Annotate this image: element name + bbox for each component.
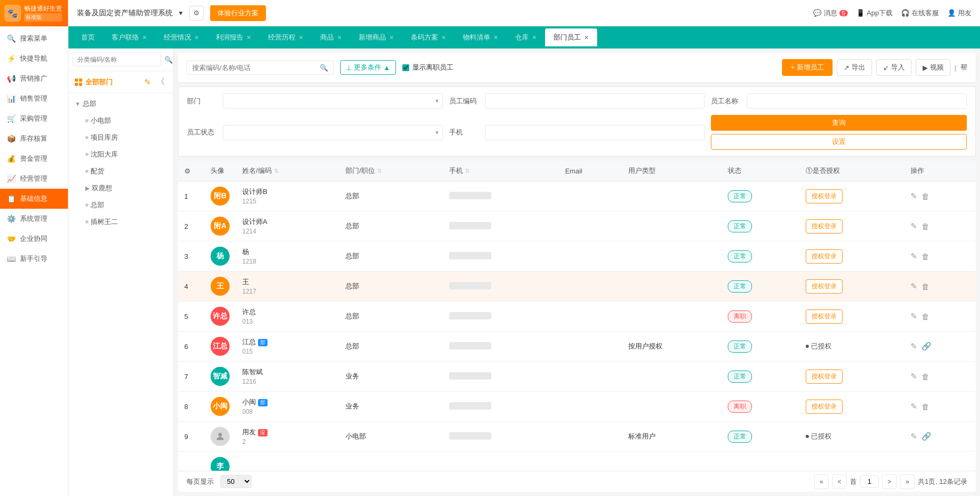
auth-login-button[interactable]: 授权登录: [806, 369, 843, 384]
status-select[interactable]: [223, 125, 443, 140]
dept-search-icon[interactable]: 🔍: [164, 56, 173, 64]
page-number-input[interactable]: [860, 475, 879, 488]
tab-bom[interactable]: 物料清单 ✕: [454, 28, 507, 46]
edit-icon[interactable]: ✎: [910, 191, 917, 201]
next-page-button[interactable]: >: [882, 474, 897, 489]
add-employee-button[interactable]: + 新增员工: [782, 59, 832, 76]
auth-login-button[interactable]: 授权登录: [806, 279, 843, 294]
col-name[interactable]: 姓名/编码 ⇅: [236, 161, 339, 181]
dept-tree-item-root[interactable]: ▼ 总部: [68, 95, 173, 112]
tab-new-goods[interactable]: 新增商品 ✕: [350, 28, 402, 46]
edit-icon[interactable]: ✎: [910, 372, 917, 381]
sidebar-item-guide[interactable]: 📖 新手引导: [0, 249, 68, 269]
dept-tree-item-shenyang[interactable]: 沈阳大库: [68, 146, 173, 163]
edit-icon[interactable]: ✎: [910, 432, 917, 441]
sidebar-item-marketing[interactable]: 📢 营销推广: [0, 69, 68, 89]
emp-code-input[interactable]: [485, 93, 705, 109]
edit-icon[interactable]: ✎: [910, 221, 917, 231]
show-resigned-checkbox[interactable]: [402, 64, 409, 71]
app-download-button[interactable]: 📱 App下载: [856, 8, 893, 18]
dept-tree-item-distribution[interactable]: 配货: [68, 163, 173, 180]
tab-close-icon[interactable]: ✕: [389, 34, 394, 41]
delete-icon[interactable]: 🗑: [922, 252, 929, 261]
edit-icon[interactable]: ✎: [910, 402, 917, 411]
dept-edit-icon[interactable]: ✎: [144, 77, 151, 87]
tab-customer[interactable]: 客户联络 ✕: [103, 28, 155, 46]
tab-profit[interactable]: 利润报告 ✕: [207, 28, 260, 46]
tab-close-icon[interactable]: ✕: [142, 34, 147, 41]
tab-goods[interactable]: 商品 ✕: [312, 28, 350, 46]
sidebar-item-system[interactable]: ⚙️ 系统管理: [0, 209, 68, 229]
dept-select[interactable]: [223, 93, 443, 109]
tab-close-icon[interactable]: ✕: [246, 34, 251, 41]
col-settings[interactable]: ⚙: [178, 161, 204, 181]
delete-icon[interactable]: 🗑: [922, 192, 929, 201]
export-button[interactable]: ↗ 导出: [837, 59, 872, 76]
sidebar-item-finance[interactable]: 💰 资金管理: [0, 149, 68, 169]
edit-icon[interactable]: ✎: [910, 342, 917, 351]
tab-close-icon[interactable]: ✕: [194, 34, 199, 41]
search-field[interactable]: 🔍: [186, 61, 334, 75]
col-dept[interactable]: 部门/职位 ⇅: [339, 161, 442, 181]
delete-icon[interactable]: 🗑: [922, 312, 929, 321]
col-phone[interactable]: 手机 ⇅: [443, 161, 559, 181]
sidebar-item-purchase[interactable]: 🛒 采购管理: [0, 109, 68, 129]
emp-name-input[interactable]: [747, 93, 967, 109]
last-page-button[interactable]: »: [900, 474, 915, 489]
dept-tree-item-shuanglu[interactable]: ▶ 双鹿想: [68, 180, 173, 197]
tab-operations-status[interactable]: 经营情况 ✕: [155, 28, 207, 46]
dept-tree-item-zongbu[interactable]: 总部: [68, 197, 173, 213]
sidebar-item-basic-info[interactable]: 📋 基础信息: [0, 189, 68, 209]
online-service-button[interactable]: 🎧 在线客服: [901, 8, 939, 18]
auth-login-button[interactable]: 授权登录: [806, 400, 843, 414]
tab-barcode[interactable]: 条码方案 ✕: [402, 28, 454, 46]
delete-icon[interactable]: 🗑: [922, 372, 929, 381]
message-button[interactable]: 💬 消息 5: [813, 8, 848, 18]
more-conditions-button[interactable]: ⊥ 更多条件 ▲: [340, 60, 396, 75]
delete-icon[interactable]: 🗑: [922, 222, 929, 231]
link-icon[interactable]: 🔗: [922, 432, 932, 441]
tab-dept-employees[interactable]: 部门员工 ✕: [545, 28, 597, 46]
sidebar-item-sales[interactable]: 📊 销售管理: [0, 89, 68, 109]
sidebar-item-collab[interactable]: 🤝 企业协同: [0, 229, 68, 249]
help-button[interactable]: 帮: [961, 63, 967, 72]
auth-login-button[interactable]: 授权登录: [806, 189, 843, 203]
auth-login-button[interactable]: 授权登录: [806, 309, 843, 324]
page-size-select[interactable]: 50 100 200: [220, 475, 252, 488]
dept-tree-item-project[interactable]: 项目库房: [68, 129, 173, 146]
first-page-button[interactable]: «: [814, 474, 829, 489]
tab-close-icon[interactable]: ✕: [441, 34, 446, 41]
tab-close-icon[interactable]: ✕: [584, 34, 589, 41]
delete-icon[interactable]: 🗑: [922, 402, 929, 411]
trial-button[interactable]: 体验行业方案: [210, 5, 266, 21]
tab-home[interactable]: 首页: [73, 28, 103, 46]
dept-search-input[interactable]: [73, 53, 161, 66]
tab-close-icon[interactable]: ✕: [337, 34, 342, 41]
sidebar-item-shortcuts[interactable]: ⚡ 快捷导航: [0, 48, 68, 69]
edit-icon[interactable]: ✎: [910, 281, 917, 291]
search-icon[interactable]: 🔍: [320, 64, 328, 72]
settings-gear-button[interactable]: ⚙: [189, 6, 204, 21]
show-resigned-checkbox-label[interactable]: 显示离职员工: [402, 63, 453, 72]
tab-close-icon[interactable]: ✕: [493, 34, 498, 41]
tab-warehouse[interactable]: 仓库 ✕: [507, 28, 545, 46]
auth-login-button[interactable]: 授权登录: [806, 249, 843, 264]
query-button[interactable]: 查询: [711, 115, 967, 131]
tab-close-icon[interactable]: ✕: [299, 34, 303, 41]
edit-icon[interactable]: ✎: [910, 251, 917, 261]
tab-close-icon[interactable]: ✕: [532, 34, 537, 41]
sidebar-item-operations[interactable]: 📈 经营管理: [0, 169, 68, 189]
edit-icon[interactable]: ✎: [910, 312, 917, 321]
search-input[interactable]: [192, 64, 315, 72]
dept-tree-item-xiaodian[interactable]: 小电部: [68, 112, 173, 129]
dept-collapse-icon[interactable]: 《: [154, 75, 167, 89]
set-button[interactable]: 设置: [711, 134, 967, 150]
dept-tree-item-chashuwang[interactable]: 插树王二: [68, 213, 173, 230]
sidebar-item-search[interactable]: 🔍 搜索菜单: [0, 28, 68, 48]
app-title-dropdown[interactable]: ▾: [179, 9, 183, 17]
tab-history[interactable]: 经营历程 ✕: [260, 28, 312, 46]
view-button[interactable]: ▶ 视频: [916, 59, 951, 76]
auth-login-button[interactable]: 授权登录: [806, 219, 843, 234]
delete-icon[interactable]: 🗑: [922, 282, 929, 291]
user-menu-button[interactable]: 👤 用友: [947, 8, 972, 18]
